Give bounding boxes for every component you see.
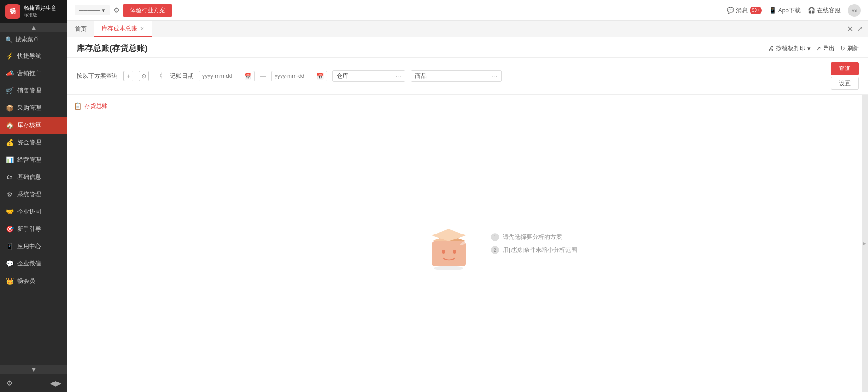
gear-icon[interactable]: ⚙	[113, 6, 120, 15]
svg-point-5	[453, 250, 456, 254]
sidebar-scroll-down[interactable]: ▼	[0, 365, 67, 374]
appcenter-icon: 📱	[5, 242, 14, 250]
app-download-btn[interactable]: 📱 App下载	[769, 6, 801, 15]
tab-actions-area: ✕ ⤢	[847, 25, 868, 33]
topbar-left: ───── ▾ ⚙ 体验行业方案	[75, 4, 721, 17]
sidebar-item-coop[interactable]: 🤝 企业协同	[0, 203, 67, 220]
settings-icon[interactable]: ⚙	[6, 379, 13, 387]
messages-btn[interactable]: 💬 消息 99+	[727, 6, 762, 15]
product-filter[interactable]: 商品 ⋯	[411, 70, 502, 82]
product-more-icon[interactable]: ⋯	[492, 73, 498, 80]
page-header: 库存总账(存货总账) 🖨 按模板打印 ▾ ↗ 导出 ↻ 刷新	[67, 37, 868, 58]
date-separator: —	[260, 73, 266, 80]
panel-close-icon[interactable]: ✕	[847, 25, 853, 33]
right-panel-hint[interactable]: ▶	[862, 95, 868, 392]
industry-btn[interactable]: 体验行业方案	[123, 4, 172, 17]
page-content: 库存总账(存货总账) 🖨 按模板打印 ▾ ↗ 导出 ↻ 刷新 按以下方案查询	[67, 37, 868, 392]
search-icon: 🔍	[5, 36, 13, 43]
svg-point-4	[442, 250, 445, 254]
sidebar-item-finance[interactable]: 💰 资金管理	[0, 134, 67, 151]
step-1-icon: 1	[491, 233, 499, 241]
filter-add-btn[interactable]: +	[123, 71, 133, 81]
date-from-input[interactable]	[202, 73, 242, 79]
tab-inventory-ledger-label: 库存成本总账	[102, 25, 137, 33]
scheme-panel: 📋 存货总账	[67, 95, 138, 392]
warehouse-more-icon[interactable]: ⋯	[395, 73, 401, 80]
sidebar-item-member[interactable]: 👑 畅会员	[0, 272, 67, 290]
tabbar: 首页 库存成本总账 ✕ ✕ ⤢	[67, 21, 868, 37]
sidebar-item-basics[interactable]: 🗂 基础信息	[0, 168, 67, 186]
date-label: 记账日期	[170, 72, 194, 80]
export-btn[interactable]: ↗ 导出	[816, 44, 835, 52]
sidebar-item-sales[interactable]: 🛒 销售管理	[0, 82, 67, 99]
refresh-btn[interactable]: ↻ 刷新	[840, 44, 859, 52]
sidebar-item-purchase[interactable]: 📦 采购管理	[0, 99, 67, 117]
guide-icon: 🎯	[5, 225, 14, 233]
empty-inner: 1 请先选择要分析的方案 2 用[过滤]条件来缩小分析范围	[423, 216, 577, 271]
scheme-item-label: 存货总账	[84, 102, 108, 110]
filter-scheme-btn[interactable]: ⊙	[139, 71, 149, 81]
sidebar-item-quick-nav[interactable]: ⚡ 快捷导航	[0, 47, 67, 65]
scheme-dropdown-icon: ▾	[102, 7, 105, 14]
scheme-item-inventory-total[interactable]: 📋 存货总账	[67, 98, 138, 114]
main-area: ───── ▾ ⚙ 体验行业方案 💬 消息 99+ 📱 App下载 🎧 在线客服	[67, 0, 868, 392]
date-to-input[interactable]	[275, 73, 315, 79]
empty-state: 1 请先选择要分析的方案 2 用[过滤]条件来缩小分析范围	[138, 95, 862, 392]
calendar-to-icon[interactable]: 📅	[317, 73, 324, 80]
app-logo: 畅 畅捷通好生意 标准版	[0, 0, 67, 23]
sidebar-item-operations[interactable]: 📊 经营管理	[0, 151, 67, 168]
user-profile[interactable]: Rit	[848, 4, 861, 17]
empty-hint-1: 1 请先选择要分析的方案	[491, 233, 577, 241]
print-dropdown-icon: ▾	[807, 45, 811, 52]
sidebar-item-inventory[interactable]: 🏠 库存核算	[0, 117, 67, 134]
calendar-from-icon[interactable]: 📅	[244, 73, 251, 80]
empty-illustration	[423, 216, 477, 271]
wecom-icon: 💬	[5, 260, 14, 268]
tab-close-icon[interactable]: ✕	[140, 25, 144, 32]
filter-collapse-btn[interactable]: 《	[154, 71, 164, 81]
empty-svg	[423, 216, 477, 271]
toggle-sidebar-icon[interactable]: ◀▶	[50, 379, 61, 387]
date-from-input-wrap: 📅	[199, 71, 255, 81]
logo-icon: 畅	[5, 4, 20, 19]
date-to-input-wrap: 📅	[271, 71, 327, 81]
filter-label: 按以下方案查询	[77, 72, 118, 80]
tab-inventory-ledger[interactable]: 库存成本总账 ✕	[94, 21, 152, 37]
settings-btn[interactable]: 设置	[831, 77, 859, 90]
scheme-label: ─────	[79, 7, 100, 14]
sidebar-item-wecom[interactable]: 💬 企业微信	[0, 255, 67, 272]
warehouse-filter[interactable]: 仓库 ⋯	[332, 70, 405, 82]
phone-icon: 📱	[769, 7, 776, 14]
panel-resize-icon[interactable]: ⤢	[857, 25, 863, 33]
product-label: 商品	[415, 72, 427, 80]
sidebar-item-system[interactable]: ⚙ 系统管理	[0, 186, 67, 203]
inventory-icon: 🏠	[5, 121, 14, 129]
sidebar-search[interactable]: 🔍 搜索菜单	[0, 32, 67, 47]
headset-icon: 🎧	[808, 7, 815, 14]
operations-icon: 📊	[5, 156, 14, 164]
empty-text-list: 1 请先选择要分析的方案 2 用[过滤]条件来缩小分析范围	[491, 233, 577, 254]
logo-text-block: 畅捷通好生意 标准版	[24, 5, 56, 19]
marketing-icon: 📣	[5, 69, 14, 77]
refresh-icon: ↻	[840, 45, 845, 52]
topbar: ───── ▾ ⚙ 体验行业方案 💬 消息 99+ 📱 App下载 🎧 在线客服	[67, 0, 868, 21]
sidebar-item-guide[interactable]: 🎯 新手引导	[0, 220, 67, 238]
filter-area: 按以下方案查询 + ⊙ 《 记账日期 📅 — 📅 仓库 ⋯ 商品 ⋯	[67, 58, 868, 95]
tab-home[interactable]: 首页	[67, 21, 94, 37]
sidebar-nav: ⚡ 快捷导航 📣 营销推广 🛒 销售管理 📦 采购管理 🏠 库存核算 💰 资金管…	[0, 47, 67, 365]
message-badge: 99+	[750, 7, 762, 14]
scheme-selector[interactable]: ───── ▾	[75, 5, 110, 15]
tab-home-label: 首页	[75, 25, 87, 33]
system-icon: ⚙	[5, 190, 14, 199]
sidebar: 畅 畅捷通好生意 标准版 ▲ 🔍 搜索菜单 ⚡ 快捷导航 📣 营销推广 🛒 销售…	[0, 0, 67, 392]
online-service-btn[interactable]: 🎧 在线客服	[808, 6, 841, 15]
sidebar-item-marketing[interactable]: 📣 营销推广	[0, 65, 67, 82]
page-title: 库存总账(存货总账)	[77, 43, 148, 54]
scheme-item-icon: 📋	[74, 102, 82, 110]
print-btn[interactable]: 🖨 按模板打印 ▾	[768, 44, 811, 52]
sidebar-scroll-up[interactable]: ▲	[0, 23, 67, 32]
query-btn[interactable]: 查询	[831, 62, 859, 75]
export-icon: ↗	[816, 45, 821, 52]
sidebar-item-appcenter[interactable]: 📱 应用中心	[0, 238, 67, 255]
quick-nav-icon: ⚡	[5, 52, 14, 60]
